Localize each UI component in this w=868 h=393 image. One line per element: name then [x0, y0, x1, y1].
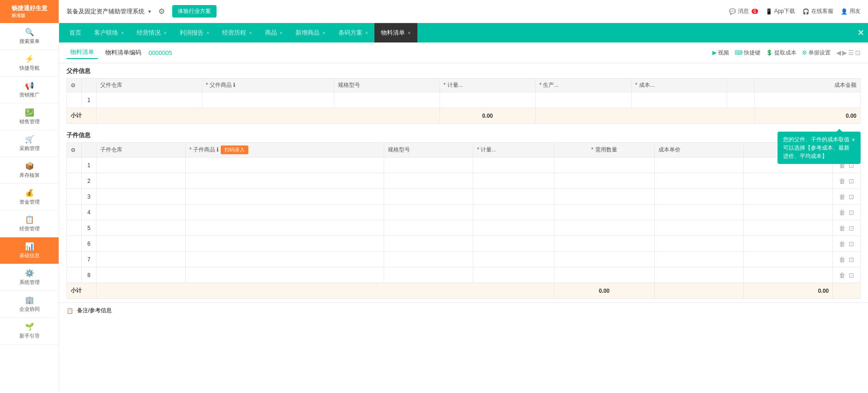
child-unit-cell-7[interactable]	[473, 252, 554, 267]
child-price-cell-5[interactable]	[654, 220, 743, 236]
copy-icon-7[interactable]: ⊡	[849, 256, 854, 263]
scan-input-btn[interactable]: 扫码录入	[221, 145, 248, 154]
nav-tab-profit[interactable]: 利润报告×	[173, 23, 216, 42]
parent-produce-cell[interactable]	[536, 92, 632, 108]
sidebar-item-enterprise[interactable]: 🏢企业协同	[0, 291, 59, 318]
sidebar-item-inventory[interactable]: 📦库存核算	[0, 157, 59, 184]
shortcut-btn[interactable]: ⌨ 快捷键	[735, 49, 760, 57]
sidebar-item-finance[interactable]: 💰资金管理	[0, 184, 59, 211]
child-spec-cell-3[interactable]	[384, 189, 473, 205]
child-spec-cell-4[interactable]	[384, 205, 473, 220]
child-qty-cell-5[interactable]	[554, 220, 654, 236]
child-unit-cell-8[interactable]	[473, 267, 554, 283]
app-download-btn[interactable]: 📱 App下载	[766, 7, 795, 15]
child-goods-cell-8[interactable]	[186, 267, 384, 283]
child-qty-cell-8[interactable]	[554, 267, 654, 283]
nav-tab-goods[interactable]: 商品×	[259, 23, 289, 42]
online-service-btn[interactable]: 🎧 在线客服	[802, 7, 833, 15]
sidebar-item-sales[interactable]: 💹销售管理	[0, 103, 59, 130]
delete-icon-5[interactable]: 🗑	[839, 224, 845, 232]
child-col-gear[interactable]: ⚙	[67, 143, 82, 157]
child-price-cell-8[interactable]	[654, 267, 743, 283]
nav-tab-ops_status[interactable]: 经营情况×	[130, 23, 173, 42]
child-price-cell-1[interactable]	[654, 157, 743, 173]
close-tab-new_goods[interactable]: ×	[322, 30, 325, 36]
child-warehouse-cell-4[interactable]	[96, 205, 186, 220]
child-unit-cell-5[interactable]	[473, 220, 554, 236]
parent-goods-cell[interactable]	[202, 92, 334, 108]
child-spec-cell-8[interactable]	[384, 267, 473, 283]
parent-spec-cell[interactable]	[334, 92, 440, 108]
child-price-cell-2[interactable]	[654, 173, 743, 189]
child-goods-cell-7[interactable]	[186, 252, 384, 267]
child-warehouse-cell-2[interactable]	[96, 173, 186, 189]
child-warehouse-cell-1[interactable]	[96, 157, 186, 173]
sub-tab-bom-list[interactable]: 物料清单	[66, 46, 98, 59]
system-dropdown[interactable]: ▾	[148, 8, 151, 15]
child-unit-cell-4[interactable]	[473, 205, 554, 220]
copy-icon-4[interactable]: ⊡	[849, 209, 854, 216]
child-qty-cell-4[interactable]	[554, 205, 654, 220]
single-settings-btn[interactable]: ⚙ 单据设置	[802, 49, 831, 57]
extract-cost-btn[interactable]: 💲 提取成本	[766, 49, 796, 57]
child-warehouse-cell-7[interactable]	[96, 252, 186, 267]
sidebar-item-purchase[interactable]: 🛒采购管理	[0, 130, 59, 157]
child-unit-cell-1[interactable]	[473, 157, 554, 173]
child-warehouse-cell-6[interactable]	[96, 236, 186, 252]
child-goods-cell-6[interactable]	[186, 236, 384, 252]
child-warehouse-cell-3[interactable]	[96, 189, 186, 205]
child-goods-cell-2[interactable]	[186, 173, 384, 189]
copy-icon-3[interactable]: ⊡	[849, 193, 854, 200]
view-video-btn[interactable]: ▶ 视频	[712, 49, 729, 57]
nav-tab-ops_history[interactable]: 经营历程×	[216, 23, 258, 42]
settings-icon[interactable]: ⚙	[158, 7, 165, 16]
child-spec-cell-1[interactable]	[384, 157, 473, 173]
child-warehouse-cell-5[interactable]	[96, 220, 186, 236]
child-spec-cell-2[interactable]	[384, 173, 473, 189]
expand-icon[interactable]: ⊡	[855, 49, 861, 56]
next-arrow[interactable]: ▶	[842, 49, 847, 56]
sidebar-item-guide[interactable]: 🌱新手引导	[0, 318, 59, 345]
delete-icon-4[interactable]: 🗑	[839, 209, 845, 216]
close-tab-profit[interactable]: ×	[206, 30, 209, 36]
nav-tab-home[interactable]: 首页	[63, 23, 88, 42]
nav-tab-customer[interactable]: 客户联络×	[88, 23, 130, 42]
close-tab-barcode[interactable]: ×	[365, 30, 368, 36]
sidebar-item-search[interactable]: 🔍搜索菜单	[0, 23, 59, 50]
sidebar-item-marketing[interactable]: 📢营销推广	[0, 77, 59, 103]
close-tab-goods[interactable]: ×	[280, 30, 283, 36]
child-price-cell-6[interactable]	[654, 236, 743, 252]
parent-cost-cell[interactable]	[631, 92, 727, 108]
child-price-cell-4[interactable]	[654, 205, 743, 220]
child-goods-cell-3[interactable]	[186, 189, 384, 205]
child-qty-cell-1[interactable]	[554, 157, 654, 173]
child-spec-cell-7[interactable]	[384, 252, 473, 267]
trial-btn[interactable]: 体验行业方案	[172, 5, 217, 18]
menu-icon[interactable]: ☰	[848, 49, 854, 56]
tooltip-close-btn[interactable]: ×	[851, 135, 855, 145]
sidebar-item-ops[interactable]: 📋经营管理	[0, 211, 59, 237]
user-btn[interactable]: 👤 用友	[841, 7, 861, 15]
sidebar-item-basic[interactable]: 📊基础信息	[0, 237, 59, 264]
child-goods-cell-4[interactable]	[186, 205, 384, 220]
copy-icon-6[interactable]: ⊡	[849, 240, 854, 248]
parent-unit-cell[interactable]	[440, 92, 536, 108]
child-qty-cell-6[interactable]	[554, 236, 654, 252]
child-price-cell-3[interactable]	[654, 189, 743, 205]
child-goods-cell-1[interactable]	[186, 157, 384, 173]
close-all-tabs-icon[interactable]: ✕	[857, 28, 864, 38]
child-price-cell-7[interactable]	[654, 252, 743, 267]
child-spec-cell-6[interactable]	[384, 236, 473, 252]
child-warehouse-cell-8[interactable]	[96, 267, 186, 283]
close-tab-ops_history[interactable]: ×	[249, 30, 252, 36]
close-tab-ops_status[interactable]: ×	[163, 30, 166, 36]
close-tab-bom[interactable]: ×	[408, 30, 410, 36]
child-goods-cell-5[interactable]	[186, 220, 384, 236]
nav-tab-bom[interactable]: 物料清单×	[374, 23, 417, 42]
copy-icon-2[interactable]: ⊡	[849, 177, 854, 185]
delete-icon-2[interactable]: 🗑	[839, 177, 845, 185]
sidebar-item-system[interactable]: ⚙️系统管理	[0, 264, 59, 291]
nav-tab-barcode[interactable]: 条码方案×	[332, 23, 374, 42]
child-qty-cell-2[interactable]	[554, 173, 654, 189]
prev-arrow[interactable]: ◀	[836, 49, 841, 56]
